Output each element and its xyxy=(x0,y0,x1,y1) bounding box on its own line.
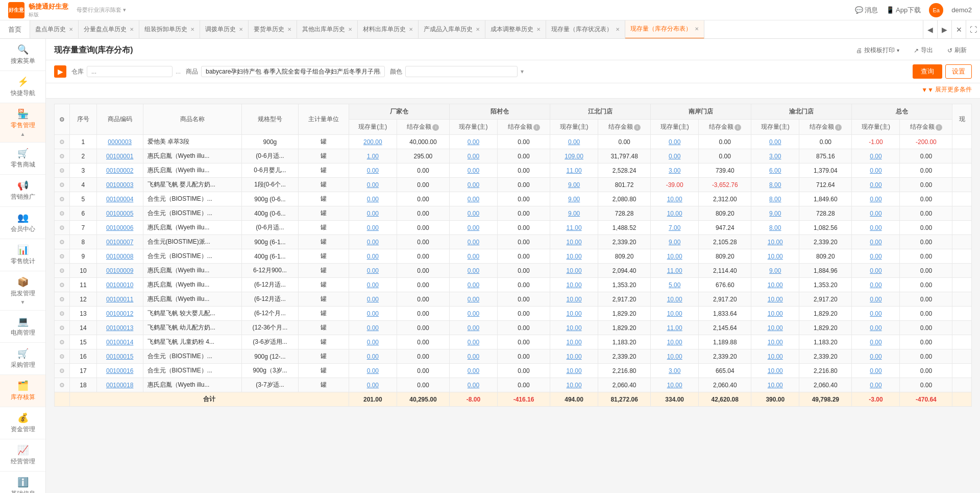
expand-more-btn[interactable]: ▼▼ 展开更多条件 xyxy=(921,85,972,94)
cell-settings[interactable]: ⚙ xyxy=(55,307,70,321)
jiangbei-amt-info[interactable]: i xyxy=(634,124,641,131)
cell-settings[interactable]: ⚙ xyxy=(55,264,70,278)
cell-total-amt: 0.00 xyxy=(900,149,952,163)
sidebar-item-retail-stats[interactable]: 📊 零售统计 xyxy=(0,239,45,271)
sidebar-item-operation[interactable]: 📈 经营管理 xyxy=(0,439,45,472)
filter-toggle-btn[interactable]: ▶ xyxy=(54,65,66,78)
cell-settings[interactable]: ⚙ xyxy=(55,321,70,335)
tab-kucun-zhuangkuang[interactable]: 现存量（库存状况表） ✕ xyxy=(546,20,625,39)
print-btn[interactable]: 🖨 按模板打印 ▾ xyxy=(851,44,904,57)
factory-amt-info[interactable]: i xyxy=(432,124,439,131)
cell-spec: (3-7岁适... xyxy=(242,378,298,392)
cell-unit: 罐 xyxy=(298,307,349,321)
tab-prev-btn[interactable]: ◀ xyxy=(923,20,937,39)
tab-diaob[interactable]: 调拨单历史 ✕ xyxy=(200,20,249,39)
tab-kucun-fenbiao[interactable]: 现存量（库存分布表） ✕ xyxy=(625,20,704,39)
tab-close-all-btn[interactable]: ✕ xyxy=(951,20,966,39)
close-tab-pandian[interactable]: ✕ xyxy=(69,27,73,32)
cell-settings[interactable]: ⚙ xyxy=(55,163,70,178)
cell-settings[interactable]: ⚙ xyxy=(55,249,70,264)
close-tab-diaob[interactable]: ✕ xyxy=(239,27,243,32)
cell-settings[interactable]: ⚙ xyxy=(55,235,70,249)
cell-jiangbei-amt: 31,797.48 xyxy=(598,149,651,163)
tab-chenben[interactable]: 成本调整单历史 ✕ xyxy=(485,20,546,39)
sidebar-item-inventory[interactable]: 🗂️ 库存核算 xyxy=(0,375,45,407)
tab-chanchenpin[interactable]: 产成品入库单历史 ✕ xyxy=(419,20,485,39)
close-tab-kucun-zhuangkuang[interactable]: ✕ xyxy=(616,27,620,32)
sidebar-item-marketing[interactable]: 📢 营销推广 xyxy=(0,175,45,207)
cell-unit: 罐 xyxy=(298,235,349,249)
cell-settings[interactable]: ⚙ xyxy=(55,364,70,378)
close-tab-yaohuo[interactable]: ✕ xyxy=(287,27,291,32)
cell-settings[interactable]: ⚙ xyxy=(55,221,70,235)
cell-settings[interactable]: ⚙ xyxy=(55,178,70,192)
cell-yubei-qty: 10.00 xyxy=(751,364,799,378)
yubei-amt-info[interactable]: i xyxy=(835,124,842,131)
tab-fenpandian[interactable]: 分量盘点单历史 ✕ xyxy=(79,20,139,39)
sidebar-item-purchase[interactable]: 🛒 采购管理 xyxy=(0,343,45,375)
cell-settings[interactable]: ⚙ xyxy=(55,349,70,364)
sidebar-item-search[interactable]: 🔍 搜索英单 xyxy=(0,39,45,71)
cell-settings[interactable]: ⚙ xyxy=(55,135,70,149)
cell-factory-qty: 200.00 xyxy=(349,135,397,149)
export-btn[interactable]: ↗ 导出 xyxy=(909,44,938,57)
industry-selector[interactable]: 母婴行业演示陈套 ▾ xyxy=(77,6,126,14)
close-tab-fenpandian[interactable]: ✕ xyxy=(130,27,134,32)
cell-code: 00100005 xyxy=(96,206,143,221)
nanan-amt-info[interactable]: i xyxy=(734,124,741,131)
cell-factory-qty: 1.00 xyxy=(349,149,397,163)
refresh-btn[interactable]: ↺ 刷新 xyxy=(942,44,972,57)
total-amt-info[interactable]: i xyxy=(936,124,942,131)
cell-total-qty: 0.00 xyxy=(852,349,900,364)
cell-jiangbei-amt: 0.00 xyxy=(598,135,651,149)
close-tab-chanchenpin[interactable]: ✕ xyxy=(476,27,480,32)
avatar[interactable]: Ea xyxy=(929,3,943,17)
table-container[interactable]: ⚙ 序号 商品编码 商品名称 规格型号 主计量单位 厂家仓 陌村仓 江北门店 南… xyxy=(46,99,980,493)
settings-btn[interactable]: 设置 xyxy=(945,64,972,79)
cell-settings[interactable]: ⚙ xyxy=(55,335,70,349)
cell-settings[interactable]: ⚙ xyxy=(55,149,70,163)
message-link[interactable]: 💬 消息 xyxy=(855,6,878,15)
app-download-link[interactable]: 📱 App下载 xyxy=(886,6,921,15)
th-settings[interactable]: ⚙ xyxy=(55,104,70,135)
warehouse-input[interactable] xyxy=(87,66,173,77)
sidebar-item-ecommerce[interactable]: 💻 电商管理 xyxy=(0,311,45,343)
sidebar-item-retail-mgmt[interactable]: 🏪 零售管理 ▲ xyxy=(0,103,45,143)
sidebar-item-finance[interactable]: 💰 资金管理 xyxy=(0,407,45,439)
cell-yubei-qty: 10.00 xyxy=(751,321,799,335)
color-input[interactable] xyxy=(405,66,518,77)
goods-input[interactable] xyxy=(201,66,385,77)
cell-settings[interactable]: ⚙ xyxy=(55,192,70,206)
table-row: ⚙ 13 00100012 飞鹤星飞帆 较大婴儿配... (6-12个月... … xyxy=(55,307,972,321)
close-tab-kucun-fenbiao[interactable]: ✕ xyxy=(695,26,699,32)
close-tab-qitachu[interactable]: ✕ xyxy=(348,27,352,32)
sidebar-item-basic-info[interactable]: ℹ️ 基础信息 xyxy=(0,472,45,493)
sidebar-item-quicknav[interactable]: ⚡ 快捷导航 xyxy=(0,71,45,103)
cell-scroll xyxy=(952,321,972,335)
sidebar-item-member[interactable]: 👥 会员中心 xyxy=(0,207,45,239)
cell-jiangbei-amt: 1,353.20 xyxy=(598,278,651,292)
color-dropdown-icon[interactable]: ▾ xyxy=(521,68,524,75)
tab-pandian[interactable]: 盘点单历史 ✕ xyxy=(30,20,79,39)
tab-yaohuo[interactable]: 要货单历史 ✕ xyxy=(249,20,297,39)
close-tab-cailiao[interactable]: ✕ xyxy=(409,27,413,32)
tab-zuzhuan[interactable]: 组装拆卸单历史 ✕ xyxy=(139,20,200,39)
cell-settings[interactable]: ⚙ xyxy=(55,206,70,221)
query-btn[interactable]: 查询 xyxy=(913,64,942,79)
cell-settings[interactable]: ⚙ xyxy=(55,292,70,307)
sidebar-item-mall[interactable]: 🛒 零售商城 xyxy=(0,143,45,175)
table-row: ⚙ 17 00100016 合生元（BIOSTIME）... 900g（3岁..… xyxy=(55,364,972,378)
tab-fullscreen-btn[interactable]: ⛶ xyxy=(966,20,980,39)
tab-cailiao[interactable]: 材料出库单历史 ✕ xyxy=(358,20,419,39)
close-tab-chenben[interactable]: ✕ xyxy=(536,27,541,32)
cell-num: 8 xyxy=(70,235,97,249)
cell-settings[interactable]: ⚙ xyxy=(55,378,70,392)
tab-next-btn[interactable]: ▶ xyxy=(937,20,951,39)
tab-qitachu[interactable]: 其他出库单历史 ✕ xyxy=(297,20,358,39)
cell-yubei-qty: 10.00 xyxy=(751,335,799,349)
cell-settings[interactable]: ⚙ xyxy=(55,278,70,292)
mucun-amt-info[interactable]: i xyxy=(533,124,540,131)
close-tab-zuzhuan[interactable]: ✕ xyxy=(190,27,194,32)
tab-home[interactable]: 首页 xyxy=(0,20,30,39)
sidebar-item-wholesale[interactable]: 📦 批发管理 ▼ xyxy=(0,271,45,311)
